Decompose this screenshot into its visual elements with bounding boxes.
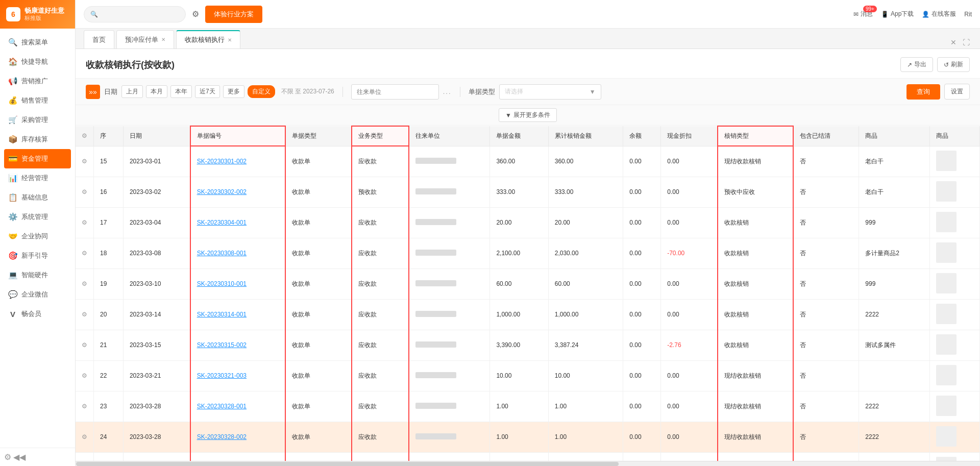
row-gear[interactable]: ⚙ bbox=[76, 238, 94, 268]
row-gear[interactable]: ⚙ bbox=[76, 330, 94, 360]
sidebar-item-marketing[interactable]: 📢 营销推广 bbox=[0, 71, 75, 91]
message-btn[interactable]: ✉ 消息 99+ bbox=[853, 10, 873, 18]
table-row[interactable]: ⚙ 24 2023-03-28 SK-20230328-002 收款单 应收款 … bbox=[76, 422, 980, 452]
row-gear[interactable]: ⚙ bbox=[76, 177, 94, 207]
row-bill-no[interactable]: SK-20230328-001 bbox=[190, 391, 285, 422]
sidebar-item-enterprise[interactable]: 🤝 企业协同 bbox=[0, 227, 75, 246]
row-cancel-type: 预收中应收 bbox=[718, 177, 793, 207]
filter-divider2 bbox=[460, 87, 460, 97]
row-cancel-amount: 1,000.00 bbox=[548, 299, 623, 330]
last-7days-btn[interactable]: 近7天 bbox=[195, 85, 220, 98]
app-download-btn[interactable]: 📱 App下载 bbox=[881, 10, 914, 18]
row-bill-no[interactable]: SK-20230314-001 bbox=[190, 299, 285, 330]
sidebar-item-inventory[interactable]: 📦 库存核算 bbox=[0, 130, 75, 149]
collapse-icon[interactable]: ◀◀ bbox=[13, 452, 26, 462]
row-gear[interactable]: ⚙ bbox=[76, 146, 94, 177]
row-cancel-type: 现结收款核销 bbox=[718, 146, 793, 177]
row-gear[interactable]: ⚙ bbox=[76, 422, 94, 452]
row-bill-no[interactable]: SK-20230315-002 bbox=[190, 330, 285, 360]
last-month-btn[interactable]: 上月 bbox=[121, 85, 143, 98]
custom-date-btn[interactable]: 自定义 bbox=[248, 85, 275, 98]
row-gear[interactable]: ⚙ bbox=[76, 360, 94, 391]
sidebar-item-purchase[interactable]: 🛒 采购管理 bbox=[0, 110, 75, 130]
row-bill-no[interactable]: SK-20230321-003 bbox=[190, 360, 285, 391]
table-row[interactable]: ⚙ 19 2023-03-10 SK-20230310-001 收款单 应收款 … bbox=[76, 268, 980, 299]
sidebar-item-member[interactable]: V 畅会员 bbox=[0, 304, 75, 324]
table-row[interactable]: ⚙ 18 2023-03-08 SK-20230308-001 收款单 应收款 … bbox=[76, 238, 980, 268]
row-gear[interactable]: ⚙ bbox=[76, 299, 94, 330]
industry-btn[interactable]: 体验行业方案 bbox=[205, 6, 262, 23]
table-row[interactable]: ⚙ 20 2023-03-14 SK-20230314-001 收款单 应收款 … bbox=[76, 299, 980, 330]
table-row[interactable]: ⚙ 21 2023-03-15 SK-20230315-002 收款单 应收款 … bbox=[76, 330, 980, 360]
row-bill-no[interactable]: SK-20230304-001 bbox=[190, 207, 285, 238]
row-gear[interactable]: ⚙ bbox=[76, 207, 94, 238]
row-bill-no[interactable]: SK-20230302-002 bbox=[190, 177, 285, 207]
sidebar-menu: 🔍 搜索菜单 🏠 快捷导航 📢 营销推广 💰 销售管理 🛒 采购管理 📦 库存核… bbox=[0, 29, 75, 448]
sidebar-item-guide[interactable]: 🎯 新手引导 bbox=[0, 246, 75, 265]
row-amount: 1.00 bbox=[490, 422, 548, 452]
row-bill-type: 红字收款单 bbox=[285, 452, 352, 461]
row-discount: 0.00 bbox=[661, 452, 718, 461]
row-goods2 bbox=[929, 330, 979, 360]
sidebar-logo: 6 畅康道好生意 标推版 bbox=[0, 0, 75, 29]
row-bill-no[interactable]: SK-20230308-001 bbox=[190, 238, 285, 268]
row-gear[interactable]: ⚙ bbox=[76, 391, 94, 422]
refresh-btn[interactable]: ↺ 刷新 bbox=[937, 57, 970, 72]
bill-type-select[interactable]: 请选择 ▼ bbox=[499, 84, 601, 100]
sidebar-item-capital[interactable]: 💳 资金管理 bbox=[4, 149, 71, 168]
row-bill-no[interactable]: SK-20230301-002 bbox=[190, 146, 285, 177]
row-gear[interactable]: ⚙ bbox=[76, 452, 94, 461]
sidebar-item-sales[interactable]: 💰 销售管理 bbox=[0, 91, 75, 110]
more-date-btn[interactable]: 更多 bbox=[223, 85, 244, 98]
sidebar-item-operations[interactable]: 📊 经营管理 bbox=[0, 168, 75, 188]
customer-input[interactable] bbox=[351, 84, 439, 100]
row-bill-no[interactable]: SK-20230310-001 bbox=[190, 268, 285, 299]
topbar-right: ✉ 消息 99+ 📱 App下载 👤 在线客服 Rit bbox=[853, 10, 972, 18]
table-row[interactable]: ⚙ 15 2023-03-01 SK-20230301-002 收款单 应收款 … bbox=[76, 146, 980, 177]
sidebar-item-basic[interactable]: 📋 基础信息 bbox=[0, 188, 75, 207]
col-gear[interactable]: ⚙ bbox=[76, 126, 94, 146]
tab-prereceipt[interactable]: 预冲应付单 ✕ bbox=[116, 30, 174, 48]
row-cancel-type: 收款核销 bbox=[718, 268, 793, 299]
row-gear[interactable]: ⚙ bbox=[76, 268, 94, 299]
col-cancel-amount: 累计核销金额 bbox=[548, 126, 623, 146]
user-menu[interactable]: Rit bbox=[964, 11, 972, 18]
tab-close-prereceipt[interactable]: ✕ bbox=[161, 37, 165, 42]
table-wrap[interactable]: ⚙ 序 日期 单据编号 单据类型 业务类型 往来单位 单据金额 累计核销金额 余… bbox=[76, 126, 980, 461]
export-btn[interactable]: ↗ 导出 bbox=[900, 57, 933, 72]
setting-btn[interactable]: 设置 bbox=[944, 84, 970, 100]
row-balance: 0.00 bbox=[623, 299, 661, 330]
sidebar-item-quick-nav[interactable]: 🏠 快捷导航 bbox=[0, 52, 75, 71]
sidebar-item-search[interactable]: 🔍 搜索菜单 bbox=[0, 33, 75, 52]
settings-icon[interactable]: ⚙ bbox=[4, 452, 11, 462]
online-service-btn[interactable]: 👤 在线客服 bbox=[922, 10, 956, 18]
table-row[interactable]: ⚙ 25 2023-03-31 SK-20230331-002 红字收款单 应收… bbox=[76, 452, 980, 461]
tab-close-all-icon[interactable]: ✕ bbox=[948, 36, 959, 48]
sidebar-item-wechat[interactable]: 💬 企业微信 bbox=[0, 285, 75, 304]
table-row[interactable]: ⚙ 22 2023-03-21 SK-20230321-003 收款单 应收款 … bbox=[76, 360, 980, 391]
query-btn[interactable]: 查询 bbox=[906, 84, 940, 100]
tab-receipt-cancel[interactable]: 收款核销执行 ✕ bbox=[176, 30, 240, 48]
sidebar-item-hardware[interactable]: 💻 智能硬件 bbox=[0, 265, 75, 285]
scrollbar-thumb[interactable] bbox=[76, 462, 619, 466]
sidebar-item-system[interactable]: ⚙️ 系统管理 bbox=[0, 207, 75, 227]
col-balance: 余额 bbox=[623, 126, 661, 146]
horizontal-scrollbar[interactable] bbox=[76, 461, 980, 466]
tab-home[interactable]: 首页 bbox=[84, 30, 114, 48]
topbar-search[interactable]: 🔍 bbox=[84, 6, 186, 22]
row-bill-no[interactable]: SK-20230328-002 bbox=[190, 422, 285, 452]
tab-maximize-icon[interactable]: ⛶ bbox=[961, 36, 972, 48]
this-year-btn[interactable]: 本年 bbox=[170, 85, 192, 98]
filter-toggle-btn[interactable]: » » bbox=[86, 85, 100, 99]
row-bill-type: 收款单 bbox=[285, 422, 352, 452]
row-goods: 测试jun bbox=[859, 452, 929, 461]
table-row[interactable]: ⚙ 17 2023-03-04 SK-20230304-001 收款单 应收款 … bbox=[76, 207, 980, 238]
row-goods: 2222 bbox=[859, 391, 929, 422]
gear-icon[interactable]: ⚙ bbox=[192, 9, 199, 19]
table-row[interactable]: ⚙ 16 2023-03-02 SK-20230302-002 收款单 预收款 … bbox=[76, 177, 980, 207]
row-bill-no[interactable]: SK-20230331-002 bbox=[190, 452, 285, 461]
this-month-btn[interactable]: 本月 bbox=[146, 85, 167, 98]
tab-close-receipt-cancel[interactable]: ✕ bbox=[228, 37, 232, 43]
expand-btn[interactable]: ▼ 展开更多条件 bbox=[499, 108, 557, 122]
table-row[interactable]: ⚙ 23 2023-03-28 SK-20230328-001 收款单 应收款 … bbox=[76, 391, 980, 422]
